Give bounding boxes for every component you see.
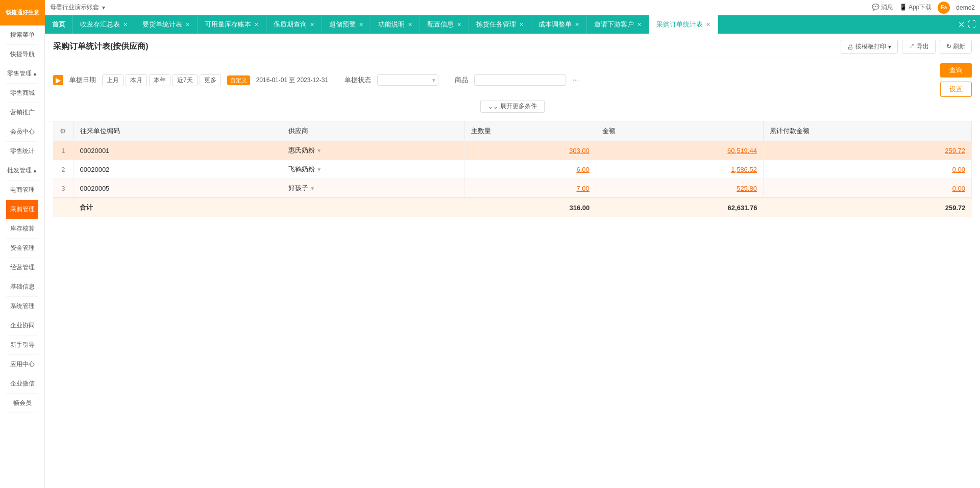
column-settings-icon[interactable]: ⚙	[60, 127, 66, 135]
row-paid[interactable]: 0.00	[763, 160, 971, 179]
print-button[interactable]: 🖨 按模板打印 ▾	[841, 40, 898, 54]
table-row[interactable]: 1 00020001 惠氏奶粉 ▼ 303.00 60,519.44 259.7…	[53, 141, 972, 160]
nav-tab-close-9[interactable]: ✕	[575, 21, 579, 28]
top-bar: 母婴行业演示账套 ▾ 💬 消息 📱 App下载 Ea demo2	[45, 0, 980, 15]
sidebar-item-9[interactable]: 采购管理	[6, 200, 39, 219]
nav-tab-close-10[interactable]: ✕	[637, 21, 642, 28]
sidebar-arrow-7: ▲	[33, 168, 38, 173]
row-amount[interactable]: 1,586.52	[596, 160, 763, 179]
row-amount[interactable]: 60,519.44	[596, 141, 763, 160]
maximize-tab-button[interactable]: ⛶	[968, 20, 976, 29]
nav-tab-close-2[interactable]: ✕	[185, 21, 190, 28]
row-expand-icon[interactable]: ▼	[310, 186, 315, 191]
status-filter-label: 单据状态	[345, 75, 371, 85]
message-button[interactable]: 💬 消息	[872, 3, 893, 12]
nav-tab-close-1[interactable]: ✕	[123, 21, 128, 28]
nav-tab-4[interactable]: 保质期查询✕	[266, 15, 322, 34]
sidebar-item-15[interactable]: 企业协同	[6, 316, 39, 336]
nav-tab-close-8[interactable]: ✕	[519, 21, 524, 28]
nav-tab-3[interactable]: 可用量库存账本✕	[198, 15, 266, 34]
table-row[interactable]: 3 00020005 好孩子 ▼ 7.00 525.80 0.00	[53, 179, 972, 198]
sidebar-item-6[interactable]: 零售统计	[6, 142, 39, 161]
nav-tab-5[interactable]: 超储预警✕	[322, 15, 371, 34]
sidebar-item-14[interactable]: 系统管理	[6, 297, 39, 316]
nav-tab-9[interactable]: 成本调整单✕	[531, 15, 587, 34]
sidebar-item-label-13: 基础信息	[10, 283, 35, 290]
date-btn-this-month[interactable]: 本月	[126, 74, 147, 86]
nav-tab-10[interactable]: 邀请下游客户✕	[587, 15, 649, 34]
table-area: ⚙ 往来单位编码 供应商 主数量 金额 累计付款金额 1 00020001 惠氏…	[45, 121, 980, 225]
nav-tab-label-6: 功能说明	[378, 20, 405, 29]
sidebar-item-0[interactable]: 搜索菜单	[6, 25, 39, 45]
workspace-dropdown-icon[interactable]: ▾	[102, 4, 105, 11]
row-index: 2	[53, 160, 74, 179]
sidebar-item-label-7: 批发管理	[7, 167, 32, 174]
sidebar-item-10[interactable]: 库存核算	[6, 219, 39, 239]
goods-more-options[interactable]: ···	[572, 75, 579, 85]
sidebar-item-8[interactable]: 电商管理	[6, 181, 39, 200]
nav-tab-close-6[interactable]: ✕	[408, 21, 412, 28]
nav-tabs-bar: 首页收发存汇总表✕要货单统计表✕可用量库存账本✕保质期查询✕超储预警✕功能说明✕…	[45, 15, 980, 34]
sidebar-item-label-0: 搜索菜单	[10, 31, 35, 38]
sidebar-item-label-19: 畅会员	[13, 399, 32, 406]
date-btn-this-year[interactable]: 本年	[149, 74, 170, 86]
settings-button[interactable]: 设置	[940, 82, 972, 97]
sidebar-item-5[interactable]: 会员中心	[6, 122, 39, 142]
date-btn-more[interactable]: 更多	[200, 74, 221, 86]
status-select[interactable]	[377, 74, 438, 86]
sidebar-item-4[interactable]: 营销推广	[6, 103, 39, 122]
row-expand-icon[interactable]: ▼	[316, 167, 322, 172]
nav-tab-close-7[interactable]: ✕	[457, 21, 461, 28]
sidebar-arrow-2: ▲	[33, 71, 38, 76]
row-paid[interactable]: 0.00	[763, 179, 971, 198]
close-tab-button[interactable]: ✕	[958, 20, 965, 30]
app-download-button[interactable]: 📱 App下载	[899, 3, 932, 12]
nav-tab-close-4[interactable]: ✕	[310, 21, 314, 28]
sidebar-item-12[interactable]: 经营管理	[6, 258, 39, 277]
print-dropdown-icon[interactable]: ▾	[888, 43, 891, 50]
sidebar-item-3[interactable]: 零售商城	[6, 84, 39, 103]
row-qty[interactable]: 6.00	[465, 160, 596, 179]
row-expand-icon[interactable]: ▼	[316, 148, 322, 153]
sidebar-item-17[interactable]: 应用中心	[6, 355, 39, 374]
date-btn-last-month[interactable]: 上月	[102, 74, 124, 86]
nav-tab-1[interactable]: 收发存汇总表✕	[73, 15, 135, 34]
goods-search-input[interactable]	[474, 74, 566, 86]
sidebar-item-1[interactable]: 快捷导航	[6, 45, 39, 64]
main-area: 母婴行业演示账套 ▾ 💬 消息 📱 App下载 Ea demo2 首页收发存汇总…	[45, 0, 980, 488]
col-supplier: 供应商	[282, 121, 465, 141]
row-qty[interactable]: 7.00	[465, 179, 596, 198]
sidebar-item-2[interactable]: 零售管理▲	[6, 64, 39, 84]
row-index: 3	[53, 179, 74, 198]
sidebar-item-13[interactable]: 基础信息	[6, 277, 39, 297]
nav-tab-7[interactable]: 配置信息✕	[420, 15, 469, 34]
row-qty[interactable]: 303.00	[465, 141, 596, 160]
row-amount[interactable]: 525.80	[596, 179, 763, 198]
sidebar-item-7[interactable]: 批发管理▲	[6, 161, 39, 181]
nav-tab-label-11: 采购订单统计表	[656, 20, 703, 29]
query-button[interactable]: 查询	[940, 63, 972, 78]
nav-tab-close-3[interactable]: ✕	[254, 21, 259, 28]
nav-tab-close-5[interactable]: ✕	[359, 21, 363, 28]
workspace-selector[interactable]: 母婴行业演示账套 ▾	[50, 3, 105, 12]
refresh-button[interactable]: ↻ 刷新	[940, 40, 972, 54]
nav-tab-11[interactable]: 采购订单统计表✕	[649, 15, 718, 34]
row-paid[interactable]: 259.72	[763, 141, 971, 160]
nav-tab-close-11[interactable]: ✕	[706, 21, 710, 28]
date-btn-7days[interactable]: 近7天	[173, 74, 198, 86]
sidebar-item-19[interactable]: 畅会员	[6, 394, 39, 413]
export-button[interactable]: ↗ 导出	[902, 40, 935, 54]
expand-filter-button[interactable]: ⌄⌄ 展开更多条件	[480, 100, 545, 113]
nav-tab-0[interactable]: 首页	[45, 15, 73, 34]
sidebar-item-label-17: 应用中心	[10, 361, 35, 368]
filter-toggle-button[interactable]: ▶	[53, 75, 63, 85]
content-area: 采购订单统计表(按供应商) 🖨 按模板打印 ▾ ↗ 导出 ↻ 刷新	[45, 34, 980, 488]
nav-tab-6[interactable]: 功能说明✕	[371, 15, 420, 34]
footer-label: 合计	[74, 198, 282, 217]
nav-tab-8[interactable]: 拣货任务管理✕	[469, 15, 531, 34]
nav-tab-2[interactable]: 要货单统计表✕	[135, 15, 198, 34]
sidebar-item-11[interactable]: 资金管理	[6, 239, 39, 258]
sidebar-item-16[interactable]: 新手引导	[6, 336, 39, 355]
table-row[interactable]: 2 00020002 飞鹤奶粉 ▼ 6.00 1,586.52 0.00	[53, 160, 972, 179]
sidebar-item-18[interactable]: 企业微信	[6, 374, 39, 394]
